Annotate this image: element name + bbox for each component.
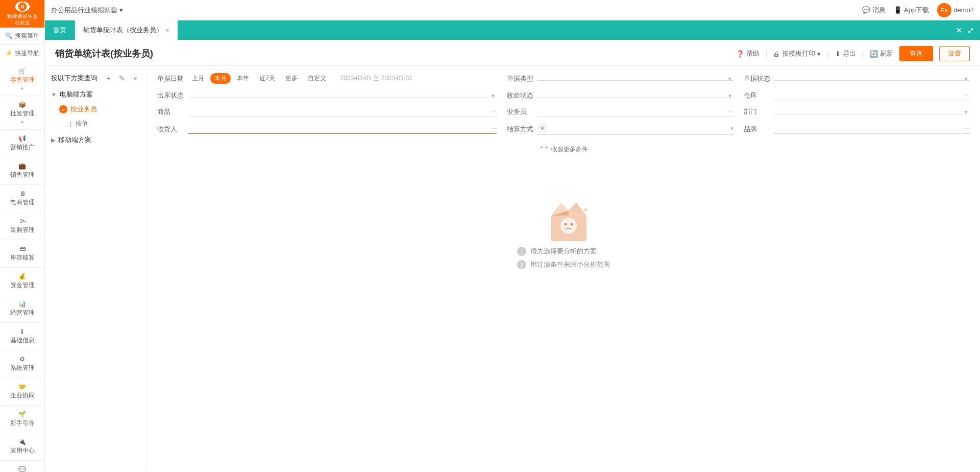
filter-brand: 品牌 ··· <box>744 125 970 134</box>
sidebar-item-operation[interactable]: 📊 经营管理 <box>0 295 44 323</box>
user-avatar: Ea <box>937 3 951 17</box>
department-select[interactable] <box>774 110 970 114</box>
date-tab-custom[interactable]: 自定义 <box>304 73 330 84</box>
user-name: demo2 <box>953 6 974 14</box>
collect-status-control[interactable]: ▾ <box>537 93 733 98</box>
order-status-control[interactable]: ▾ <box>774 76 970 81</box>
edit-plan-icon: ✎ <box>119 74 125 82</box>
sidebar-item-purchase[interactable]: 🛍 采购管理 <box>0 213 44 240</box>
message-icon: 💬 <box>862 6 870 14</box>
order-type-label: 单据类型 <box>507 74 537 83</box>
user-avatar-btn[interactable]: Ea demo2 <box>937 3 974 17</box>
sidebar-item-ecommerce[interactable]: 🖥 电商管理 <box>0 185 44 213</box>
warehouse-label: 仓库 <box>744 91 774 100</box>
left-panel: 按以下方案查询 + ✎ « <box>45 66 147 470</box>
refresh-icon: 🔄 <box>870 50 878 58</box>
tab-close-btn[interactable]: × <box>166 27 169 33</box>
order-status-select[interactable] <box>774 76 970 81</box>
plan-sub-item-order[interactable]: ⋮ 按单 <box>45 117 146 131</box>
collapse-bar[interactable]: ⌃⌃ 收起更多条件 <box>157 142 970 157</box>
out-status-control[interactable]: ▾ <box>188 93 497 98</box>
sidebar-item-enterprise[interactable]: 🤝 企业协同 <box>0 378 44 406</box>
collect-status-select[interactable] <box>537 93 733 98</box>
sep2: | <box>827 50 828 58</box>
message-btn[interactable]: 💬 消息 <box>862 6 886 15</box>
sidebar-item-wholesale[interactable]: 📦 批发管理 ▲ <box>0 96 44 130</box>
sidebar-item-marketing[interactable]: 📢 营销推广 <box>0 130 44 157</box>
sidebar-item-inventory[interactable]: 🗃 库存核算 <box>0 240 44 268</box>
filter-salesperson: 业务员 ··· <box>507 107 733 116</box>
sidebar-item-sales[interactable]: 💼 销售管理 <box>0 157 44 185</box>
left-panel-title: 按以下方案查询 <box>51 74 97 83</box>
sidebar-item-retail[interactable]: 🛒 零售管理 ▲ <box>0 62 44 96</box>
warehouse-dots[interactable]: ··· <box>965 91 970 98</box>
left-panel-header: 按以下方案查询 + ✎ « <box>45 71 146 87</box>
date-tab-lastmonth[interactable]: 上月 <box>188 73 208 84</box>
order-type-select[interactable] <box>537 76 733 81</box>
sidebar-shortcut[interactable]: ⚡ 快捷导航 <box>0 45 44 62</box>
settle-chip-close[interactable]: × <box>541 125 544 132</box>
refresh-btn[interactable]: 🔄 刷新 <box>870 49 893 58</box>
filter-collect-status: 收款状态 ▾ <box>507 91 733 100</box>
salesperson-dots[interactable]: ··· <box>728 107 733 114</box>
print-btn[interactable]: 🖨 按模板打印 ▾ <box>773 49 821 58</box>
mobile-plan-group-header[interactable]: ▶ 移动端方案 <box>45 133 146 147</box>
product-label: 商品 <box>157 107 188 116</box>
settle-chip: × <box>537 124 547 133</box>
date-tab-thisyear[interactable]: 本年 <box>233 73 253 84</box>
purchase-icon: 🛍 <box>19 218 26 225</box>
filter-row-1: 单据日期 上月 本月 本年 近7天 更多 自定义 <box>157 73 970 84</box>
sidebar-item-basic[interactable]: ℹ 基础信息 <box>0 323 44 350</box>
wechat-icon: 💬 <box>18 466 26 472</box>
sep1: | <box>766 50 767 58</box>
date-tab-more[interactable]: 更多 <box>281 73 302 84</box>
department-control[interactable]: ▾ <box>774 110 970 114</box>
sidebar-item-system[interactable]: ⚙ 系统管理 <box>0 350 44 378</box>
settle-method-control: × ▾ <box>537 124 733 135</box>
consignee-dots[interactable]: ··· <box>492 125 497 132</box>
retail-icon: 🛒 <box>18 67 26 75</box>
refresh-label: 刷新 <box>880 49 893 58</box>
sidebar-item-wechat[interactable]: 💬 企业微信 <box>0 461 44 472</box>
tab-actions: ✕ ⤢ <box>949 20 980 40</box>
collapse-panel-btn[interactable]: « <box>130 73 140 83</box>
topbar-left: 办公用品行业模拟账套 ▾ <box>51 6 123 15</box>
brand-dots[interactable]: ··· <box>965 125 970 132</box>
content: 销货单统计表(按业务员) ❓ 帮助 | 🖨 按模板打印 ▾ | ⬇ <box>45 40 980 472</box>
help-btn[interactable]: ❓ 帮助 <box>736 49 760 58</box>
edit-plan-btn[interactable]: ✎ <box>117 73 127 83</box>
filter-out-status: 出库状态 ▾ <box>157 91 497 100</box>
date-control: 上月 本月 本年 近7天 更多 自定义 2023-03-01 至 2023-03… <box>188 73 497 84</box>
app-download-btn[interactable]: 📱 App下载 <box>894 6 929 15</box>
tab-home[interactable]: 首页 <box>45 20 75 40</box>
sidebar-item-newbie[interactable]: 🌱 新手引导 <box>0 406 44 433</box>
finance-icon: 💰 <box>18 273 26 280</box>
export-btn[interactable]: ⬇ 导出 <box>835 49 856 58</box>
account-dropdown[interactable]: 办公用品行业模拟账套 ▾ <box>51 6 123 15</box>
pc-plan-group-header[interactable]: ▼ 电脑端方案 <box>45 87 146 102</box>
collapse-panel-icon: « <box>133 74 137 82</box>
sidebar-item-finance[interactable]: 💰 资金管理 <box>0 268 44 295</box>
sidebar-item-apps[interactable]: 🔌 应用中心 <box>0 433 44 461</box>
mobile-expand-icon: ▶ <box>51 137 55 144</box>
query-btn[interactable]: 查询 <box>899 46 933 61</box>
date-tab-thismonth[interactable]: 本月 <box>210 73 231 84</box>
date-tab-7days[interactable]: 近7天 <box>255 73 279 84</box>
filter-product: 商品 ··· <box>157 107 497 116</box>
plan-item-salesperson[interactable]: ✓ 按业务员 <box>45 102 146 117</box>
out-status-chevron: ▾ <box>492 92 495 99</box>
order-type-control[interactable]: ▾ <box>537 76 733 81</box>
tab-close-window-btn[interactable]: ✕ <box>955 26 962 35</box>
wholesale-arrow: ▲ <box>20 119 24 124</box>
svg-text:✦: ✦ <box>575 202 579 207</box>
page-header: 销货单统计表(按业务员) ❓ 帮助 | 🖨 按模板打印 ▾ | ⬇ <box>45 40 980 66</box>
tab-restore-btn[interactable]: ⤢ <box>967 26 974 35</box>
out-status-select[interactable] <box>188 93 497 98</box>
sidebar-search[interactable]: 🔍 搜索菜单 <box>0 28 44 45</box>
add-plan-btn[interactable]: + <box>104 73 114 83</box>
topbar: 办公用品行业模拟账套 ▾ 💬 消息 📱 App下载 Ea demo2 <box>45 0 980 20</box>
order-type-chevron: ▾ <box>728 75 731 82</box>
product-dots[interactable]: ··· <box>492 107 497 114</box>
tab-sales-stat[interactable]: 销货单统计表（按业务员） × <box>75 20 178 40</box>
settings-btn[interactable]: 设置 <box>939 46 970 61</box>
